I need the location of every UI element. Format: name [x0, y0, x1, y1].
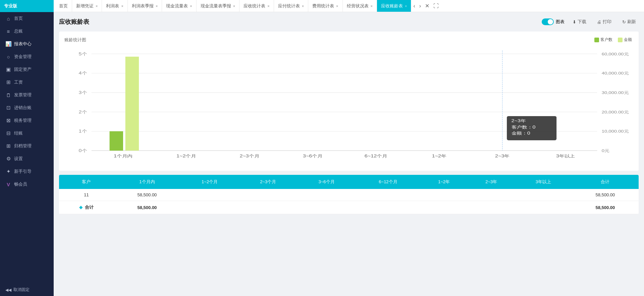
chart-toggle-label: 图表 — [556, 19, 565, 25]
tab-close-ar-stats[interactable]: × — [267, 4, 269, 8]
sidebar-item-label: 工资 — [14, 79, 23, 85]
svg-text:3~6个月: 3~6个月 — [303, 154, 323, 158]
sidebar-item-purchase[interactable]: ⊡ 进销台账 — [0, 101, 54, 114]
guide-icon: ✦ — [5, 168, 11, 175]
header-actions: 图表 ⬇ 下载 🖨 打印 ↻ 刷新 — [542, 17, 639, 26]
print-btn[interactable]: 🖨 打印 — [594, 17, 614, 26]
sidebar-item-label: 报表中心 — [14, 41, 32, 47]
tax-icon: ⊠ — [5, 117, 11, 124]
tab-ar-stats[interactable]: 应收统计表 × — [239, 0, 274, 12]
svg-text:40,000.00元: 40,000.00元 — [602, 71, 629, 76]
cell-total-y1-2 — [420, 201, 468, 214]
sidebar: 专业版 ⌂ 首页 ≡ 总账 📊 报表中心 ○ 资金管理 ▣ 固定资产 ⊞ 工资 … — [0, 0, 54, 296]
svg-text:3年以上: 3年以上 — [556, 154, 575, 158]
tab-cashflow-quarter[interactable]: 现金流量表季报 × — [197, 0, 239, 12]
purchase-icon: ⊡ — [5, 105, 11, 111]
col-total: 合计 — [572, 175, 639, 189]
svg-text:60,000.00元: 60,000.00元 — [602, 52, 629, 56]
cell-total-m1: 58,500.00 — [114, 201, 180, 214]
print-icon: 🖨 — [597, 19, 601, 24]
sidebar-item-label: 设置 — [14, 156, 23, 162]
sidebar-item-label: 归档管理 — [14, 143, 32, 149]
tab-voucher[interactable]: 新增凭证 × — [72, 0, 102, 12]
sidebar-item-label: 总账 — [14, 28, 23, 34]
svg-text:1个: 1个 — [79, 129, 87, 134]
svg-text:5个: 5个 — [79, 52, 87, 56]
col-customer: 客户 — [59, 175, 114, 189]
cell-total-m6-12 — [356, 201, 421, 214]
tab-next-btn[interactable]: › — [417, 0, 423, 12]
cell-m6-12 — [356, 189, 421, 201]
sidebar-item-assets[interactable]: ▣ 固定资产 — [0, 63, 54, 76]
cell-m1: 58,500.00 — [114, 189, 180, 201]
cell-total-label: ◈ 合计 — [59, 201, 114, 214]
tab-business-status[interactable]: 经营状况表 × — [343, 0, 377, 12]
refresh-btn[interactable]: ↻ 刷新 — [620, 17, 639, 26]
svg-text:0元: 0元 — [602, 149, 609, 153]
cell-y2-3 — [468, 189, 515, 201]
salary-icon: ⊞ — [5, 79, 11, 85]
sidebar-item-ledger[interactable]: ≡ 总账 — [0, 25, 54, 38]
sidebar-item-funds[interactable]: ○ 资金管理 — [0, 50, 54, 63]
refresh-icon: ↻ — [622, 19, 626, 24]
sidebar-unpin[interactable]: ◀◀ 取消固定 — [0, 284, 54, 296]
cell-y3plus — [515, 189, 572, 201]
download-icon: ⬇ — [573, 19, 576, 24]
legend-amount-color — [618, 38, 623, 42]
tab-profit[interactable]: 利润表 × — [102, 0, 127, 12]
unpin-icon: ◀◀ — [5, 288, 11, 292]
tab-ar-aging[interactable]: 应收账龄表 × — [377, 0, 411, 12]
tab-close-expense-stats[interactable]: × — [336, 4, 338, 8]
tab-ap-stats[interactable]: 应付统计表 × — [274, 0, 308, 12]
tab-close-voucher[interactable]: × — [96, 4, 98, 8]
cell-y1-2 — [420, 189, 468, 201]
svg-text:金额：0: 金额：0 — [512, 131, 530, 136]
bar-amount-0[interactable] — [125, 57, 139, 151]
sidebar-item-home[interactable]: ⌂ 首页 — [0, 12, 54, 25]
chart-toggle[interactable]: 图表 — [542, 18, 565, 25]
home-icon: ⌂ — [5, 16, 11, 21]
svg-text:2~3年: 2~3年 — [512, 118, 526, 123]
tab-close-all-btn[interactable]: ✕ — [423, 0, 431, 12]
table-card: 客户 1个月内 1~2个月 2~3个月 3~6个月 6~12个月 1~2年 2~… — [59, 175, 639, 214]
col-m2-3: 2~3个月 — [239, 175, 297, 189]
legend-customers-color — [594, 38, 599, 42]
svg-text:2个: 2个 — [79, 109, 87, 114]
tab-prev-btn[interactable]: ‹ — [411, 0, 417, 12]
download-btn[interactable]: ⬇ 下载 — [570, 17, 589, 26]
bar-customers-0[interactable] — [110, 131, 123, 151]
sidebar-item-vip[interactable]: V 畅会员 — [0, 178, 54, 191]
sidebar-item-closing[interactable]: ⊟ 结账 — [0, 127, 54, 140]
cell-total-y3plus — [515, 201, 572, 214]
sidebar-item-invoice[interactable]: 🗒 发票管理 — [0, 89, 54, 101]
tab-close-ar-aging[interactable]: × — [405, 4, 407, 8]
col-y1-2: 1~2年 — [420, 175, 468, 189]
tab-close-cashflow-quarter[interactable]: × — [233, 4, 235, 8]
sidebar-item-archive[interactable]: ⊞ 归档管理 — [0, 140, 54, 152]
tab-close-business-status[interactable]: × — [371, 4, 373, 8]
sidebar-item-guide[interactable]: ✦ 新手引导 — [0, 165, 54, 178]
col-m3-6: 3~6个月 — [297, 175, 356, 189]
svg-text:6~12个月: 6~12个月 — [365, 154, 387, 158]
sidebar-item-settings[interactable]: ⚙ 设置 — [0, 152, 54, 165]
tab-close-ap-stats[interactable]: × — [302, 4, 304, 8]
tab-close-profit-quarter[interactable]: × — [156, 4, 158, 8]
reports-icon: 📊 — [5, 41, 11, 47]
toggle-track[interactable] — [542, 18, 554, 25]
tab-home[interactable]: 首页 — [55, 0, 72, 12]
tab-expand-btn[interactable]: ⛶ — [431, 0, 441, 12]
chart-legend: 客户数 金额 — [594, 37, 632, 43]
tab-expense-stats[interactable]: 费用统计表 × — [308, 0, 342, 12]
cell-total-m2-3 — [239, 201, 297, 214]
sidebar-item-reports[interactable]: 📊 报表中心 — [0, 38, 54, 50]
tab-close-cashflow[interactable]: × — [190, 4, 192, 8]
legend-customers: 客户数 — [594, 37, 612, 43]
sidebar-item-salary[interactable]: ⊞ 工资 — [0, 76, 54, 89]
cell-total-y2-3 — [468, 201, 515, 214]
sidebar-item-tax[interactable]: ⊠ 税务管理 — [0, 114, 54, 127]
closing-icon: ⊟ — [5, 130, 11, 136]
tab-profit-quarter[interactable]: 利润表季报 × — [128, 0, 162, 12]
tab-cashflow[interactable]: 现金流量表 × — [162, 0, 196, 12]
tab-close-profit[interactable]: × — [121, 4, 123, 8]
col-m1-2: 1~2个月 — [180, 175, 239, 189]
